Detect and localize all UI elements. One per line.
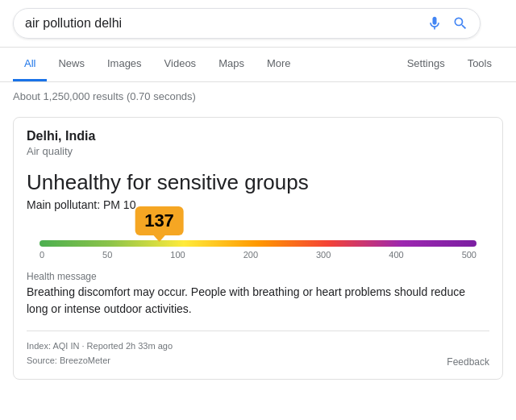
results-info: About 1,250,000 results (0.70 seconds) [0,82,516,110]
gauge-label-0: 0 [40,250,44,260]
tab-all[interactable]: All [13,48,47,81]
gauge-label-100: 100 [170,250,185,260]
tab-settings[interactable]: Settings [396,48,456,81]
gauge-label-200: 200 [243,250,258,260]
search-icons [427,15,468,31]
aqi-status: Unhealthy for sensitive groups [27,170,489,195]
aqi-value-bubble: 137 [135,206,184,235]
main-pollutant: Main pollutant: PM 10 [27,198,489,211]
search-input[interactable] [25,16,420,31]
pollutant-value: PM 10 [103,198,135,211]
footer-left: Index: AQI IN · Reported 2h 33m ago Sour… [27,339,173,368]
health-message-text: Breathing discomfort may occur. People w… [27,284,489,318]
gauge-bar [40,240,476,247]
search-icon[interactable] [452,15,468,31]
aqi-card: Delhi, India Air quality Unhealthy for s… [13,117,503,380]
nav-tabs: All News Images Videos Maps More Setting… [0,48,516,82]
tab-more[interactable]: More [256,48,302,81]
index-line: Index: AQI IN · Reported 2h 33m ago [27,339,173,354]
tab-news[interactable]: News [47,48,96,81]
gauge-label-400: 400 [389,250,403,260]
pollutant-label: Main pollutant: [27,198,103,211]
gauge-label-300: 300 [316,250,331,260]
gauge-labels: 0 50 100 200 300 400 500 [40,250,476,260]
tab-tools[interactable]: Tools [456,48,503,81]
feedback-link[interactable]: Feedback [447,356,489,368]
card-footer: Index: AQI IN · Reported 2h 33m ago Sour… [27,331,489,368]
gauge-container: 137 0 50 100 200 300 400 500 [40,240,476,260]
mic-icon[interactable] [427,15,443,31]
location-title: Delhi, India [27,129,489,143]
tab-maps[interactable]: Maps [207,48,256,81]
location-subtitle: Air quality [27,145,489,157]
gauge-label-50: 50 [102,250,112,260]
gauge-label-500: 500 [462,250,476,260]
health-message-label: Health message [27,271,489,282]
tab-images[interactable]: Images [96,48,153,81]
tab-videos[interactable]: Videos [153,48,208,81]
source-line: Source: BreezoMeter [27,354,173,368]
search-bar [0,0,516,48]
search-input-wrapper [13,8,481,39]
